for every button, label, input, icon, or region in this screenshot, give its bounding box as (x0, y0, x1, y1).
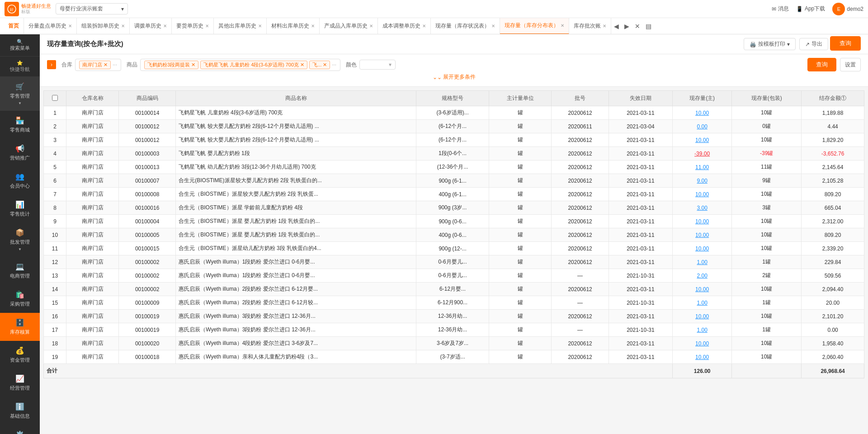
close-icon[interactable]: ✕ (311, 24, 315, 28)
close-icon[interactable]: ✕ (561, 23, 564, 28)
remove-warehouse-tag[interactable]: ✕ (104, 62, 108, 68)
expand-conditions-btn[interactable]: ⌄⌄ 展开更多条件 (433, 73, 476, 81)
sidebar-item-purchase[interactable]: 🛍️ 采购管理 (0, 285, 40, 313)
sidebar-item-search[interactable]: 🔍 搜索菜单 (0, 34, 40, 57)
close-icon[interactable]: ✕ (205, 24, 209, 28)
row-qty[interactable]: -39.00 (673, 147, 732, 160)
tab-5[interactable]: 其他出库单历史 ✕ (214, 18, 267, 34)
row-qty[interactable]: 10.00 (673, 337, 732, 350)
tab-7[interactable]: 产成品入库单历史 ✕ (320, 18, 378, 34)
sidebar-item-retail[interactable]: 🛒 零售管理 ▼ (0, 77, 40, 111)
table-row: 12 南岸门店 00100002 惠氏启辰（Wyeth illuma）1段奶粉 … (44, 255, 864, 269)
row-qty[interactable]: 1.00 (673, 255, 732, 269)
user-menu[interactable]: E demo2 (832, 3, 863, 15)
remove-product-tag-2[interactable]: ✕ (300, 62, 304, 68)
tab-4[interactable]: 要货单历史 ✕ (172, 18, 214, 34)
expand-filter-btn[interactable]: › (47, 60, 56, 69)
row-qty[interactable]: 10.00 (673, 188, 732, 201)
row-qty[interactable]: 1.00 (673, 323, 732, 337)
row-warehouse: 南岸门店 (66, 201, 119, 215)
row-qty[interactable]: 10.00 (673, 228, 732, 242)
main-content: 现存量查询(按仓库+批次) 🖨️ 按模板打印 ▾ 查询 ↗ 导出 (40, 34, 868, 434)
tab-close-btn[interactable]: ✕ (632, 23, 643, 30)
message-icon: ✉ (772, 6, 776, 12)
gear-icon: ⚙️ (15, 430, 24, 434)
select-all-checkbox[interactable] (52, 95, 58, 101)
row-qty[interactable]: 0.00 (673, 120, 732, 133)
row-qty[interactable]: 10.00 (673, 215, 732, 228)
color-input[interactable]: ▾ (359, 60, 396, 70)
tab-10[interactable]: 现存量（库存分布表） ✕ (500, 18, 569, 34)
close-icon[interactable]: ✕ (258, 24, 262, 28)
product-input[interactable]: 飞鹤奶粉3段两提装 ✕ 飞鹤星飞帆 儿童奶粉 4段(3-6岁适用) 700克 ✕… (140, 59, 340, 71)
sidebar-item-retail-stats[interactable]: 📊 零售统计 (0, 195, 40, 223)
sidebar-item-member[interactable]: 👥 会员中心 (0, 167, 40, 195)
close-icon[interactable]: ✕ (603, 24, 606, 28)
close-icon[interactable]: ✕ (68, 24, 72, 28)
sidebar-item-shop[interactable]: 🏪 零售商城 (0, 111, 40, 139)
row-warehouse: 南岸门店 (66, 133, 119, 147)
row-qty[interactable]: 10.00 (673, 242, 732, 255)
row-qty[interactable]: 10.00 (673, 350, 732, 364)
sidebar-item-ecommerce[interactable]: 💻 电商管理 (0, 257, 40, 285)
tab-next-btn[interactable]: ▶ (622, 23, 632, 30)
sidebar-item-operations[interactable]: 📈 经营管理 (0, 369, 40, 397)
row-qty[interactable]: 10.00 (673, 283, 732, 296)
col-amount: 结存金额① (802, 91, 864, 106)
row-qty[interactable]: 1.00 (673, 296, 732, 310)
remove-product-tag-1[interactable]: ✕ (191, 62, 195, 68)
row-qty[interactable]: 11.00 (673, 160, 732, 174)
row-batch: — (552, 323, 609, 337)
row-spec: 400g (6-1... (416, 188, 489, 201)
tab-more-btn[interactable]: ▤ (643, 23, 654, 30)
col-checkbox[interactable] (44, 91, 66, 106)
product-tag-2: 飞鹤星飞帆 儿童奶粉 4段(3-6岁适用) 700克 ✕ (200, 61, 307, 69)
close-icon[interactable]: ✕ (422, 24, 426, 28)
sidebar-item-inventory[interactable]: 🗄️ 库存核算 (0, 313, 40, 341)
remove-product-tag-3[interactable]: ✕ (323, 62, 327, 68)
row-qty[interactable]: 10.00 (673, 106, 732, 120)
row-qty[interactable]: 9.00 (673, 174, 732, 188)
tab-home[interactable]: 首页 (4, 18, 24, 34)
row-warehouse: 南岸门店 (66, 215, 119, 228)
warehouse-input[interactable]: 南岸门店 ✕ ··· (75, 59, 121, 71)
settings-btn[interactable]: 设置 (840, 58, 861, 71)
row-qty[interactable]: 3.00 (673, 201, 732, 215)
row-qty[interactable]: 2.00 (673, 269, 732, 283)
row-qty[interactable]: 10.00 (673, 310, 732, 323)
sidebar-item-wholesale[interactable]: 📦 批发管理 ▼ (0, 223, 40, 257)
sidebar-item-marketing[interactable]: 📢 营销推广 (0, 139, 40, 167)
tab-11[interactable]: 库存批次账 ✕ (569, 18, 611, 34)
chevron-down-icon: ▾ (389, 61, 392, 68)
row-amount: 1,958.40 (802, 337, 864, 350)
query-btn-2[interactable]: 查询 (807, 58, 836, 71)
tab-prev-btn[interactable]: ◀ (611, 23, 622, 30)
sidebar-item-basics[interactable]: ℹ️ 基础信息 (0, 397, 40, 425)
sidebar-item-quicknav[interactable]: ⭐ 快捷导航 (0, 57, 40, 77)
tab-6[interactable]: 材料出库单历史 ✕ (267, 18, 320, 34)
tab-9[interactable]: 现存量（库存状况表） ✕ (431, 18, 500, 34)
row-qty-pkg: -39罐 (732, 147, 802, 160)
close-icon[interactable]: ✕ (369, 24, 373, 28)
export-btn[interactable]: ↗ 导出 (799, 38, 828, 50)
tab-8[interactable]: 成本调整单历史 ✕ (378, 18, 431, 34)
print-btn[interactable]: 🖨️ 按模板打印 ▾ (744, 38, 796, 50)
tab-2[interactable]: 组装拆卸单历史 ✕ (77, 18, 130, 34)
close-icon[interactable]: ✕ (163, 24, 167, 28)
tab-3[interactable]: 调拨单历史 ✕ (130, 18, 172, 34)
message-btn[interactable]: ✉ 消息 (772, 5, 789, 13)
row-unit: 罐 (489, 160, 552, 174)
row-qty[interactable]: 10.00 (673, 133, 732, 147)
row-name: 合生元（BIOSTIME）派星幼儿配方奶粉 3段 乳铁蛋白的4... (176, 242, 416, 255)
industry-select[interactable]: 母婴行业演示账套 ▾ (56, 3, 128, 14)
tab-1[interactable]: 分量盘点单历史 ✕ (24, 18, 77, 34)
query-btn[interactable]: 查询 (830, 36, 861, 51)
row-unit: 罐 (489, 283, 552, 296)
print-icon: 🖨️ (750, 41, 756, 47)
close-icon[interactable]: ✕ (121, 24, 125, 28)
sidebar-item-finance[interactable]: 💰 资金管理 (0, 341, 40, 369)
sidebar-item-system[interactable]: ⚙️ 系统管理 (0, 425, 40, 434)
app-download-btn[interactable]: 📱 App下载 (796, 5, 825, 13)
shop-icon: 🏪 (15, 116, 24, 125)
close-icon[interactable]: ✕ (491, 24, 495, 28)
